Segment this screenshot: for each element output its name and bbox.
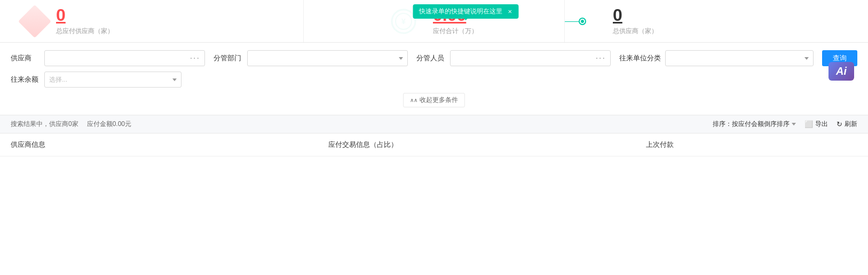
total-amount-label: 应付合计（万） — [433, 27, 478, 36]
person-dots[interactable]: ··· — [596, 53, 606, 63]
tooltip-connector-dot — [580, 19, 585, 24]
balance-select[interactable]: 选择... — [44, 72, 182, 88]
filter-supplier: 供应商 ··· — [11, 50, 205, 66]
total-suppliers-label: 总供应商（家） — [613, 27, 658, 36]
collapse-up-icon: ∧∧ — [410, 97, 417, 103]
amount-value: 0.00元 — [113, 120, 131, 128]
tooltip-connector-line — [565, 21, 581, 22]
total-suppliers-number[interactable]: 0 — [613, 6, 658, 23]
filter-row-1: 供应商 ··· 分管部门 分管人员 ··· 往来单位分类 — [11, 50, 857, 66]
filter-person: 分管人员 ··· — [416, 50, 611, 66]
stat-text-payable: 0 总应付供应商（家） — [56, 6, 114, 36]
collapse-label: 收起更多条件 — [420, 96, 458, 105]
table-body — [0, 156, 868, 275]
department-chevron-icon — [399, 57, 403, 60]
supplier-dots[interactable]: ··· — [190, 53, 200, 63]
sort-label: 排序：按应付会额倒序排序 — [713, 120, 790, 129]
stat-card-total-suppliers: 0 总供应商（家） — [565, 0, 868, 42]
payable-suppliers-number[interactable]: 0 — [56, 6, 114, 23]
person-input[interactable]: ··· — [450, 50, 611, 66]
unit-class-select[interactable] — [665, 50, 814, 66]
col-header-supplier: 供应商信息 — [11, 140, 328, 150]
svg-text:¥: ¥ — [401, 17, 406, 26]
filter-balance: 往来余额 选择... — [11, 72, 182, 88]
sort-chevron-icon — [792, 123, 796, 125]
filter-unit-class: 往来单位分类 — [619, 50, 814, 66]
export-button[interactable]: ⬜ 导出 — [804, 120, 828, 129]
export-icon: ⬜ — [804, 120, 813, 128]
search-count: 0家 — [68, 120, 78, 128]
stat-text-total: 0 总供应商（家） — [613, 6, 658, 36]
filter-row-2: 往来余额 选择... — [11, 72, 857, 88]
collapse-bar: ∧∧ 收起更多条件 — [11, 93, 857, 107]
department-select[interactable] — [247, 50, 408, 66]
supplier-input[interactable]: ··· — [44, 50, 205, 66]
refresh-button[interactable]: ↻ 刷新 — [837, 120, 857, 129]
col-header-last-payment: 上次付款 — [646, 140, 858, 150]
results-actions: 排序：按应付会额倒序排序 ⬜ 导出 ↻ 刷新 — [713, 120, 857, 129]
search-result-text: 搜索结果中，供应商0家 — [11, 120, 78, 129]
person-label: 分管人员 — [416, 53, 446, 63]
filter-section: 供应商 ··· 分管部门 分管人员 ··· 往来单位分类 — [0, 43, 868, 115]
supplier-label: 供应商 — [11, 53, 40, 63]
amount-result-text: 应付金额0.00元 — [87, 120, 131, 129]
results-info: 搜索结果中，供应商0家 应付金额0.00元 — [11, 120, 131, 129]
shortcut-tooltip: 快速录单的快捷键说明在这里 × — [413, 4, 518, 19]
stats-bar: 0 总应付供应商（家） ¥ 0.00 应付合计（万） 快速录单的快捷键说明在这里… — [0, 0, 868, 43]
unit-class-chevron-icon — [804, 57, 809, 60]
sort-select[interactable]: 排序：按应付会额倒序排序 — [713, 120, 796, 129]
ai-badge[interactable]: Ai — [828, 62, 854, 81]
payable-suppliers-label: 总应付供应商（家） — [56, 27, 114, 36]
tooltip-text: 快速录单的快捷键说明在这里 — [419, 7, 502, 16]
unit-class-label: 往来单位分类 — [619, 53, 661, 63]
diamond-icon — [21, 8, 48, 35]
stat-card-total-amount: ¥ 0.00 应付合计（万） 快速录单的快捷键说明在这里 × — [304, 0, 565, 42]
department-label: 分管部门 — [214, 53, 243, 63]
collapse-button[interactable]: ∧∧ 收起更多条件 — [403, 93, 465, 107]
refresh-icon: ↻ — [837, 120, 842, 128]
tooltip-close-button[interactable]: × — [508, 7, 512, 15]
filter-department: 分管部门 — [214, 50, 408, 66]
balance-label: 往来余额 — [11, 75, 40, 84]
results-bar: 搜索结果中，供应商0家 应付金额0.00元 排序：按应付会额倒序排序 ⬜ 导出 … — [0, 115, 868, 133]
col-header-transaction: 应付交易信息（占比） — [328, 140, 646, 150]
table-header: 供应商信息 应付交易信息（占比） 上次付款 — [0, 133, 868, 156]
stat-card-payable-suppliers: 0 总应付供应商（家） — [0, 0, 304, 42]
balance-chevron-icon — [172, 78, 177, 81]
